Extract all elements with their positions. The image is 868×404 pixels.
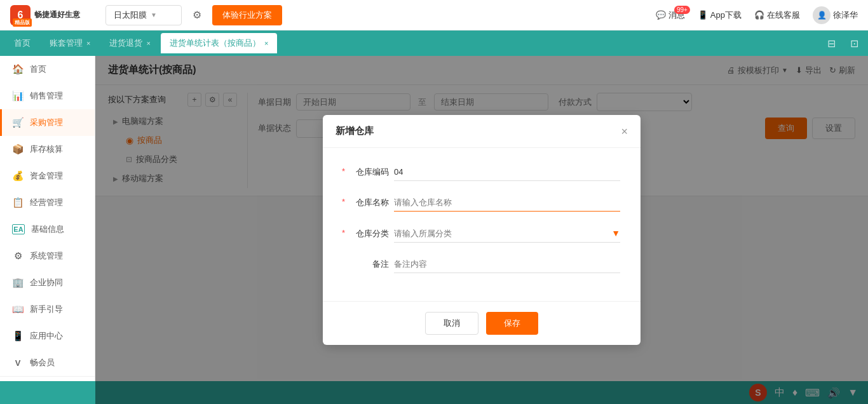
sidebar: 🏠 首页 📊 销售管理 🛒 采购管理 📦 库存核算 💰 资金管理 📋 经营管理 … [0, 56, 95, 404]
warehouse-code-input[interactable] [394, 163, 620, 181]
new-warehouse-modal: 新增仓库 × 仓库编码 仓库名称 [323, 115, 641, 345]
modal-overlay[interactable]: 新增仓库 × 仓库编码 仓库名称 [95, 56, 868, 404]
form-row-note: 备注 [343, 255, 620, 273]
category-dropdown-icon[interactable]: ▼ [611, 228, 620, 238]
sidebar-item-operation[interactable]: 📋 经营管理 [0, 189, 95, 216]
home-icon: 🏠 [12, 64, 24, 75]
headset-icon: 🎧 [754, 10, 764, 20]
warehouse-name-input[interactable] [394, 194, 620, 212]
settings-button[interactable]: ⚙ [187, 5, 207, 25]
phone-icon: 📱 [698, 10, 708, 20]
modal-title: 新增仓库 [336, 125, 374, 137]
purchase-icon: 🛒 [12, 117, 24, 128]
guide-icon: 📖 [12, 304, 24, 315]
category-label: 仓库分类 [343, 228, 394, 239]
logo-text: 畅捷通好生意 [34, 10, 80, 19]
tab-actions: ⊟ ⊡ [822, 34, 863, 52]
cancel-button[interactable]: 取消 [425, 312, 478, 335]
close-tab-purchase-stats[interactable]: × [264, 39, 268, 47]
tab-account[interactable]: 账套管理 × [41, 33, 99, 53]
code-label: 仓库编码 [343, 166, 394, 178]
user-menu[interactable]: 👤 徐泽华 [813, 6, 858, 24]
modal-header: 新增仓库 × [323, 115, 641, 148]
sidebar-item-member[interactable]: V 畅会员 [0, 349, 95, 376]
tab-purchase-return[interactable]: 进货退货 × [100, 33, 159, 53]
modal-footer: 取消 保存 [323, 301, 641, 345]
sidebar-item-basic-info[interactable]: EA 基础信息 [0, 216, 95, 243]
sidebar-item-finance[interactable]: 💰 资金管理 [0, 163, 95, 189]
logo-area: 6 精品版 畅捷通好生意 [10, 5, 105, 25]
category-select-wrapper: ▼ [394, 224, 620, 243]
content-area: 进货单统计(按商品) 🖨 按模板打印 ▼ ⬇ 导出 ↻ 刷新 [95, 56, 868, 404]
message-badge: 99+ [674, 6, 690, 14]
category-input[interactable] [394, 229, 611, 238]
tab-purchase-stats[interactable]: 进货单统计表（按商品） × [161, 33, 277, 53]
note-label: 备注 [343, 259, 394, 270]
modal-body: 仓库编码 仓库名称 仓库分类 [323, 148, 641, 301]
sidebar-item-sales[interactable]: 📊 销售管理 [0, 83, 95, 109]
online-service-button[interactable]: 🎧 在线客服 [754, 10, 800, 21]
finance-icon: 💰 [12, 170, 24, 182]
close-tab-account[interactable]: × [86, 39, 90, 47]
sidebar-item-home[interactable]: 🏠 首页 [0, 56, 95, 83]
store-dropdown-arrow: ▼ [151, 11, 157, 18]
form-row-category: 仓库分类 ▼ [343, 224, 620, 243]
message-button[interactable]: 💬 消息 99+ [656, 10, 685, 21]
enterprise-icon: 🏢 [12, 277, 24, 288]
trial-button[interactable]: 体验行业方案 [212, 5, 282, 25]
message-icon: 💬 [656, 10, 666, 20]
sidebar-item-inventory[interactable]: 📦 库存核算 [0, 136, 95, 163]
header-right: 💬 消息 99+ 📱 App下载 🎧 在线客服 👤 徐泽华 [656, 6, 858, 24]
main-layout: 🏠 首页 📊 销售管理 🛒 采购管理 📦 库存核算 💰 资金管理 📋 经营管理 … [0, 56, 868, 404]
app-download-button[interactable]: 📱 App下载 [698, 10, 742, 21]
note-input[interactable] [394, 255, 620, 273]
sidebar-item-enterprise[interactable]: 🏢 企业协同 [0, 269, 95, 296]
logo-badge: 精品版 [13, 18, 32, 27]
sidebar-item-system[interactable]: ⚙ 系统管理 [0, 243, 95, 269]
operation-icon: 📋 [12, 197, 24, 208]
sales-icon: 📊 [12, 90, 24, 102]
tab-collapse-button[interactable]: ⊟ [822, 34, 840, 52]
save-button[interactable]: 保存 [486, 312, 538, 335]
sidebar-item-guide[interactable]: 📖 新手引导 [0, 296, 95, 323]
system-icon: ⚙ [12, 250, 24, 262]
tab-expand-button[interactable]: ⊡ [845, 34, 863, 52]
member-icon: V [12, 357, 24, 368]
logo-icon: 6 精品版 [10, 5, 31, 25]
tab-home[interactable]: 首页 [5, 33, 39, 53]
basic-info-icon: EA [12, 224, 25, 234]
sidebar-item-purchase[interactable]: 🛒 采购管理 [0, 109, 95, 136]
inventory-icon: 📦 [12, 144, 24, 155]
modal-close-button[interactable]: × [621, 126, 628, 137]
close-tab-purchase-return[interactable]: × [146, 39, 150, 47]
store-selector[interactable]: 日太阳膜 ▼ [105, 5, 182, 25]
form-row-code: 仓库编码 [343, 163, 620, 181]
name-label: 仓库名称 [343, 197, 394, 208]
apps-icon: 📱 [12, 330, 24, 342]
tab-bar: 首页 账套管理 × 进货退货 × 进货单统计表（按商品） × ⊟ ⊡ [0, 30, 868, 56]
sidebar-item-apps[interactable]: 📱 应用中心 [0, 323, 95, 349]
user-avatar: 👤 [813, 6, 831, 24]
top-header: 6 精品版 畅捷通好生意 日太阳膜 ▼ ⚙ 体验行业方案 💬 消息 99+ 📱 … [0, 0, 868, 30]
form-row-name: 仓库名称 [343, 194, 620, 212]
